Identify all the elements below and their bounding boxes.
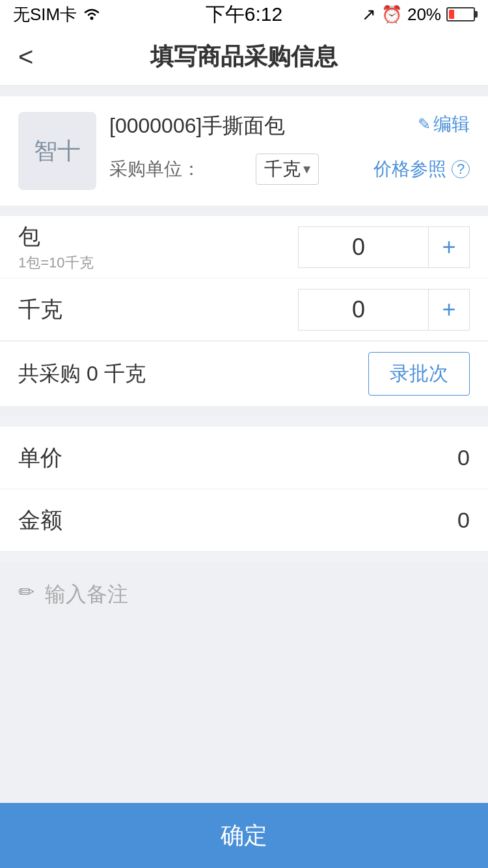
kg-input-row: 千克 + [0,278,488,341]
price-section: 单价 0 金额 0 [0,427,488,552]
carrier-label: 无SIM卡 [13,3,77,26]
pencil-icon: ✏ [18,580,34,603]
unit-price-value: 0 [457,445,470,470]
unit-price-label: 单价 [18,443,62,473]
status-bar: 无SIM卡 下午6:12 ↗ ⏰ 20% [0,0,488,29]
batch-button[interactable]: 录批次 [368,352,470,396]
bag-qty-input[interactable] [298,226,428,268]
edit-icon: ✎ [418,115,431,133]
battery-pct: 20% [407,5,441,25]
input-section: 包 1包=10千克 + 千克 + [0,216,488,341]
bag-label-group: 包 1包=10千克 [18,222,96,273]
back-button[interactable]: < [18,42,33,72]
bag-sub-label: 1包=10千克 [18,253,96,273]
status-bar-right: ↗ ⏰ 20% [362,5,475,25]
kg-label-group: 千克 [18,295,96,325]
unit-select[interactable]: 千克 ▾ [256,154,319,185]
confirm-button[interactable]: 确定 [0,803,488,868]
kg-plus-button[interactable]: + [428,289,470,331]
bag-plus-button[interactable]: + [428,226,470,268]
unit-chevron-icon: ▾ [303,161,310,178]
price-ref-button[interactable]: 价格参照 ? [373,157,470,182]
bag-input-row: 包 1包=10千克 + [0,216,488,278]
divider-product [0,206,488,216]
kg-qty-input[interactable] [298,289,428,331]
wifi-icon [82,5,102,25]
page-title: 填写商品采购信息 [150,41,338,73]
divider-top [0,86,488,96]
note-section[interactable]: ✏ 输入备注 [0,562,488,640]
bag-label: 包 [18,222,96,252]
location-icon: ↗ [362,5,376,25]
edit-label: 编辑 [433,112,470,137]
divider-summary [0,406,488,416]
status-bar-left: 无SIM卡 [13,3,102,26]
product-card: 智十 [0000006]手撕面包 ✎ 编辑 采购单位： 千克 ▾ 价格参照 ? [0,96,488,206]
kg-label: 千克 [18,295,96,325]
note-placeholder: 输入备注 [45,580,128,609]
content-spacer [0,640,488,803]
unit-label: 采购单位： [109,157,200,182]
alarm-icon: ⏰ [381,5,402,25]
kg-qty-wrapper: + [298,289,470,331]
price-ref-label: 价格参照 [373,157,446,182]
bag-qty-wrapper: + [298,226,470,268]
product-image: 智十 [18,112,96,190]
unit-value: 千克 [264,157,301,182]
summary-text: 共采购 0 千克 [18,360,146,388]
amount-value: 0 [457,508,470,533]
product-logo: 智十 [34,139,81,163]
product-info: [0000006]手撕面包 ✎ 编辑 采购单位： 千克 ▾ 价格参照 ? [109,112,470,185]
amount-row: 金额 0 [0,489,488,552]
edit-button[interactable]: ✎ 编辑 [418,112,470,137]
confirm-label: 确定 [221,820,267,852]
price-ref-help-icon: ? [452,160,470,178]
battery-icon [446,7,475,21]
amount-label: 金额 [18,506,62,536]
product-name: [0000006]手撕面包 [109,112,285,141]
svg-point-0 [90,16,94,20]
status-bar-time: 下午6:12 [206,1,282,28]
nav-bar: < 填写商品采购信息 [0,29,488,86]
summary-row: 共采购 0 千克 录批次 [0,341,488,406]
unit-price-row: 单价 0 [0,427,488,489]
